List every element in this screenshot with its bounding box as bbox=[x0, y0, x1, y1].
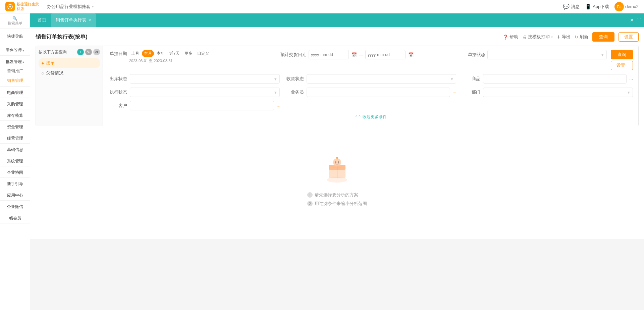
goods-input[interactable] bbox=[483, 74, 627, 84]
app-icon: 📱 bbox=[585, 4, 591, 10]
date-tab-current-month[interactable]: 本月 bbox=[142, 50, 154, 57]
collapse-scheme-button[interactable]: ≪ bbox=[93, 49, 100, 55]
filter-fields-panel: 单据日期 上月 本月 本年 近7天 更多 自定义 bbox=[103, 46, 638, 126]
content-wrapper: 销售订单执行表(按单) ❓ 帮助 🖨 按模板打印 ▾ ⬇ bbox=[30, 27, 644, 310]
svg-point-10 bbox=[336, 157, 338, 159]
department-select[interactable]: ▾ bbox=[483, 88, 633, 97]
empty-state: 1 请先选择要分析的方案 2 用过滤条件来缩小分析范围 bbox=[36, 126, 639, 234]
sidebar-purchase-section: 采购管理 bbox=[0, 98, 30, 109]
logo-area: 畅捷通好生意 标版 bbox=[5, 2, 39, 11]
collapse-filter-button[interactable]: ⌃⌃ 收起更多条件 bbox=[108, 112, 633, 122]
goods-label: 商品 bbox=[462, 76, 480, 82]
step-num-1: 1 bbox=[307, 192, 313, 198]
export-button[interactable]: ⬇ 导出 bbox=[557, 34, 571, 40]
collection-status-field: 收款状态 ▾ bbox=[285, 74, 457, 84]
sidebar-finance-section: 资金管理 bbox=[0, 121, 30, 132]
print-button[interactable]: 🖨 按模板打印 ▾ bbox=[522, 34, 553, 40]
customer-field: 客户 ··· bbox=[108, 101, 280, 110]
search-icon: 🔍 bbox=[12, 16, 17, 21]
delivery-date-end[interactable] bbox=[365, 50, 406, 59]
print-icon: 🖨 bbox=[522, 35, 527, 40]
date-tab-custom[interactable]: 自定义 bbox=[195, 50, 211, 57]
quick-nav[interactable]: 快捷导航 bbox=[0, 29, 30, 44]
sidebar-item-enterprise[interactable]: 企业协同 bbox=[0, 167, 30, 177]
goods-dots-icon[interactable]: ··· bbox=[629, 76, 633, 82]
customer-input[interactable] bbox=[130, 101, 274, 110]
avatar: Ea bbox=[614, 2, 624, 11]
scheme-item-by-order[interactable]: ● 按单 bbox=[39, 58, 100, 68]
calendar-start-icon[interactable]: 📅 bbox=[352, 52, 357, 57]
settings-button-right[interactable]: 设置 bbox=[611, 61, 633, 70]
help-button[interactable]: ❓ 帮助 bbox=[503, 34, 518, 40]
customer-dots-icon[interactable]: ··· bbox=[277, 103, 280, 108]
tab-bar-actions: ✕ ⛶ bbox=[630, 17, 641, 23]
sidebar-item-apps[interactable]: 应用中心 bbox=[0, 190, 30, 200]
sidebar-item-operations[interactable]: 经营管理 bbox=[0, 133, 30, 143]
sidebar-item-sales-management[interactable]: 销售管理 bbox=[0, 76, 30, 86]
svg-point-7 bbox=[335, 161, 336, 163]
customer-label: 客户 bbox=[108, 103, 127, 109]
date-tab-more[interactable]: 更多 bbox=[182, 50, 195, 57]
sidebar-search[interactable]: 🔍 搜索菜单 bbox=[0, 13, 30, 29]
calendar-end-icon[interactable]: 📅 bbox=[408, 52, 414, 57]
help-icon: ❓ bbox=[503, 35, 508, 40]
salesperson-field: 业务员 ··· bbox=[285, 88, 457, 97]
empty-text-item-1: 1 请先选择要分析的方案 bbox=[307, 192, 367, 198]
app-download-button[interactable]: 📱 App下载 bbox=[585, 4, 609, 10]
execute-status-select[interactable]: ▾ bbox=[130, 88, 280, 97]
date-tab-current-year[interactable]: 本年 bbox=[155, 50, 167, 57]
date-tab-last-month[interactable]: 上月 bbox=[129, 50, 141, 57]
svg-point-8 bbox=[338, 161, 339, 163]
date-tabs: 上月 本月 本年 近7天 更多 自定义 bbox=[129, 50, 211, 57]
tab-fullscreen-icon[interactable]: ⛶ bbox=[637, 17, 641, 23]
delivery-date-start[interactable] bbox=[309, 50, 349, 59]
sidebar-item-finance[interactable]: 资金管理 bbox=[0, 121, 30, 131]
salesperson-dots-icon[interactable]: ··· bbox=[453, 90, 457, 95]
export-icon: ⬇ bbox=[557, 35, 560, 40]
sidebar-item-ecommerce[interactable]: 电商管理 bbox=[0, 87, 30, 97]
query-button[interactable]: 查询 bbox=[592, 32, 614, 42]
tab-home[interactable]: 首页 bbox=[33, 13, 51, 27]
tab-close-icon[interactable]: ✕ bbox=[88, 18, 91, 22]
tab-close-all-icon[interactable]: ✕ bbox=[630, 17, 634, 23]
out-status-select[interactable]: ▾ bbox=[130, 74, 280, 84]
refresh-button[interactable]: ↻ 刷新 bbox=[575, 34, 588, 40]
message-button[interactable]: 💬 消息 bbox=[563, 3, 580, 10]
sidebar-wechat-section: 企业微信 bbox=[0, 201, 30, 212]
add-scheme-button[interactable]: + bbox=[77, 49, 84, 55]
sidebar-item-marketing[interactable]: 营销推广 bbox=[0, 66, 30, 76]
sidebar-item-wholesale[interactable]: 批发管理 ▴ bbox=[0, 56, 30, 66]
filter-row-3: 执行状态 ▾ 业务员 ··· bbox=[108, 88, 633, 97]
page-actions: ❓ 帮助 🖨 按模板打印 ▾ ⬇ 导出 ↻ bbox=[503, 32, 639, 42]
collection-status-select[interactable]: ▾ bbox=[307, 74, 457, 84]
breadcrumb[interactable]: 办公用品行业模拟账套 ▾ bbox=[47, 4, 94, 10]
sidebar-item-system[interactable]: 系统管理 bbox=[0, 156, 30, 165]
sidebar-wholesale-section: 批发管理 ▴ 营销推广 销售管理 bbox=[0, 56, 30, 87]
tab-sales-order[interactable]: 销售订单执行表 ✕ bbox=[51, 13, 96, 27]
sidebar-item-wechat[interactable]: 企业微信 bbox=[0, 201, 30, 211]
execute-status-field: 执行状态 ▾ bbox=[108, 88, 280, 97]
filter-row-2: 出库状态 ▾ 收款状态 ▾ bbox=[108, 74, 633, 84]
print-arrow-icon: ▾ bbox=[551, 35, 553, 39]
sidebar-item-retail[interactable]: 零售管理 ▾ bbox=[0, 45, 30, 55]
sidebar-item-inventory[interactable]: 库存核算 bbox=[0, 110, 30, 120]
content-area: 首页 销售订单执行表 ✕ ✕ ⛶ 销售订单执行表(按单) ❓ bbox=[30, 13, 644, 310]
salesperson-input[interactable] bbox=[307, 88, 450, 97]
sidebar-retail-section: 零售管理 ▾ bbox=[0, 44, 30, 56]
query-button-right[interactable]: 查询 bbox=[611, 50, 633, 59]
sidebar-item-guide[interactable]: 新手引导 bbox=[0, 178, 30, 188]
department-field: 部门 ▾ bbox=[462, 88, 633, 97]
date-tab-7days[interactable]: 近7天 bbox=[167, 50, 182, 57]
scheme-item-shortage[interactable]: ○ 欠货情况 bbox=[39, 68, 100, 78]
edit-scheme-button[interactable]: ✎ bbox=[85, 49, 92, 55]
sidebar-item-basic[interactable]: 基础信息 bbox=[0, 144, 30, 154]
doc-status-select[interactable]: ▾ bbox=[487, 50, 607, 59]
sidebar-inventory-section: 库存核算 bbox=[0, 109, 30, 121]
sidebar-item-quick-nav[interactable]: 快捷导航 bbox=[0, 31, 30, 42]
sidebar-item-purchase[interactable]: 采购管理 bbox=[0, 99, 30, 108]
settings-button[interactable]: 设置 bbox=[619, 32, 639, 42]
sidebar-members-section: 畅会员 bbox=[0, 212, 30, 223]
user-area[interactable]: Ea demo2 bbox=[614, 2, 639, 11]
filter-row-4: 客户 ··· bbox=[108, 101, 633, 110]
sidebar-item-members[interactable]: 畅会员 bbox=[0, 213, 30, 222]
